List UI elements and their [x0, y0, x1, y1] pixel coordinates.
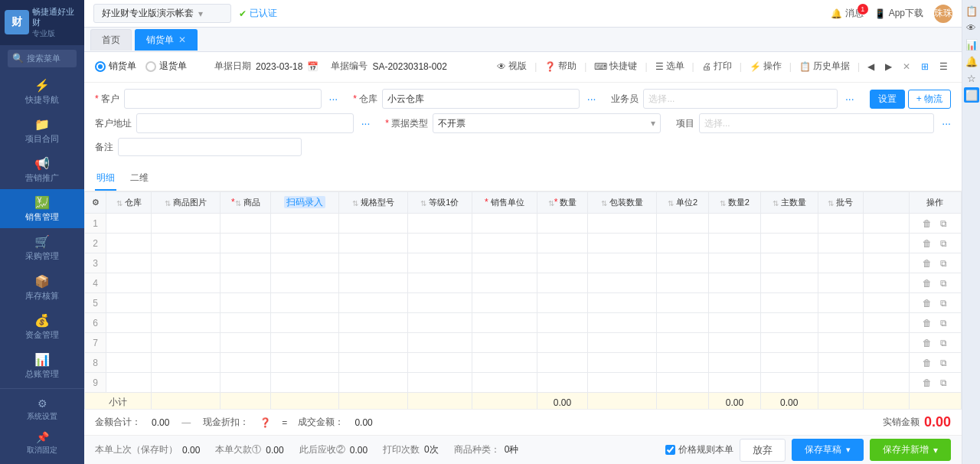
row-5-unit[interactable]	[472, 293, 537, 313]
table-row[interactable]: 8 🗑 ⧉	[85, 353, 962, 373]
row-6-copy-icon[interactable]: ⧉	[936, 316, 950, 330]
right-panel-icon-1[interactable]: 📋	[964, 3, 979, 18]
sidebar-item-finance[interactable]: 💰 资金管理	[0, 307, 84, 346]
logistics-btn[interactable]: + 物流	[908, 90, 951, 109]
row-8-main-qty[interactable]	[760, 353, 818, 373]
row-9-spec[interactable]	[338, 373, 407, 393]
row-3-warehouse[interactable]	[106, 253, 152, 273]
toolbar-grid-btn[interactable]: ⊞	[918, 60, 932, 74]
row-8-unit[interactable]	[472, 353, 537, 373]
sidebar-item-accounting[interactable]: 📊 总账管理	[0, 346, 84, 385]
row-1-unit2[interactable]	[657, 214, 709, 234]
row-7-delete-icon[interactable]: 🗑	[920, 336, 934, 350]
row-1-warehouse[interactable]	[106, 214, 152, 234]
table-row[interactable]: 5 🗑 ⧉	[85, 293, 962, 313]
toolbar-list-btn[interactable]: ☰	[936, 60, 951, 74]
right-panel-icon-2[interactable]: 👁	[964, 20, 979, 35]
row-2-unit2[interactable]	[657, 234, 709, 253]
row-2-qty2[interactable]	[708, 234, 760, 253]
tab-sale-order[interactable]: 销货单 ✕	[135, 29, 198, 51]
row-3-unit2[interactable]	[657, 253, 709, 273]
row-8-spec[interactable]	[338, 353, 407, 373]
toolbar-close-btn[interactable]: ✕	[900, 60, 913, 74]
salesperson-dots[interactable]: ···	[845, 93, 854, 105]
row-2-copy-icon[interactable]: ⧉	[936, 237, 950, 250]
price-check-input[interactable]	[665, 445, 675, 455]
table-row[interactable]: 9 🗑 ⧉	[85, 373, 962, 393]
toolbar-help-btn[interactable]: ❓ 帮助	[541, 58, 580, 74]
right-panel-icon-6[interactable]: ⬜	[964, 87, 979, 103]
row-9-unit2[interactable]	[657, 373, 709, 393]
row-5-pack-qty[interactable]	[587, 293, 656, 313]
row-9-qty[interactable]	[537, 373, 588, 393]
row-2-main-qty[interactable]	[760, 234, 818, 253]
row-7-spec[interactable]	[338, 333, 407, 353]
company-selector[interactable]: 好业财专业版演示帐套 ▾	[93, 4, 231, 23]
row-5-unit2[interactable]	[657, 293, 709, 313]
row-3-main-qty[interactable]	[760, 253, 818, 273]
row-2-goods[interactable]	[220, 234, 271, 253]
save-new-btn[interactable]: 保存并新增 ▾	[870, 439, 951, 461]
row-5-goods[interactable]	[220, 293, 271, 313]
row-7-qty[interactable]	[537, 333, 588, 353]
row-2-scan[interactable]	[271, 234, 339, 253]
row-4-batch[interactable]	[818, 273, 863, 293]
row-1-pack-qty[interactable]	[587, 214, 656, 234]
row-7-unit2[interactable]	[657, 333, 709, 353]
sidebar-item-sales[interactable]: 💹 销售管理	[0, 189, 84, 228]
row-7-main-qty[interactable]	[760, 333, 818, 353]
row-6-spec[interactable]	[338, 313, 407, 333]
row-9-copy-icon[interactable]: ⧉	[936, 376, 950, 390]
row-6-scan[interactable]	[271, 313, 339, 333]
note-input[interactable]	[118, 138, 302, 156]
row-9-goods[interactable]	[220, 373, 271, 393]
row-1-image[interactable]	[152, 214, 220, 234]
address-input[interactable]	[136, 113, 354, 133]
row-8-qty2[interactable]	[708, 353, 760, 373]
row-9-price1[interactable]	[408, 373, 472, 393]
row-8-unit2[interactable]	[657, 353, 709, 373]
address-dots[interactable]: ···	[361, 117, 371, 129]
row-4-main-qty[interactable]	[760, 273, 818, 293]
row-1-spec[interactable]	[338, 214, 407, 234]
row-1-qty[interactable]	[537, 214, 588, 234]
table-row[interactable]: 3 🗑 ⧉	[85, 253, 962, 273]
row-7-qty2[interactable]	[708, 333, 760, 353]
right-panel-icon-3[interactable]: 📊	[964, 37, 979, 52]
sidebar-item-quicknav[interactable]: ⚡ 快捷导航	[0, 72, 84, 111]
warehouse-input[interactable]: 小云仓库	[382, 89, 580, 109]
row-3-scan[interactable]	[271, 253, 339, 273]
row-2-price1[interactable]	[408, 234, 472, 253]
row-9-qty2[interactable]	[708, 373, 760, 393]
tab-home[interactable]: 首页	[90, 29, 132, 51]
section-tab-2d[interactable]: 二维	[129, 168, 150, 191]
row-6-goods[interactable]	[220, 313, 271, 333]
row-7-image[interactable]	[152, 333, 220, 353]
sidebar-item-project[interactable]: 📁 项目合同	[0, 111, 84, 150]
row-4-delete-icon[interactable]: 🗑	[920, 276, 934, 290]
toolbar-select-btn[interactable]: ☰ 选单	[652, 58, 688, 74]
row-1-unit[interactable]	[472, 214, 537, 234]
row-2-warehouse[interactable]	[106, 234, 152, 253]
row-3-copy-icon[interactable]: ⧉	[936, 257, 950, 270]
row-7-batch[interactable]	[818, 333, 863, 353]
price-check[interactable]: 价格规则本单	[665, 443, 733, 456]
save-draft-btn[interactable]: 保存草稿 ▾	[792, 439, 864, 461]
table-row[interactable]: 6 🗑 ⧉	[85, 313, 962, 333]
sidebar-item-settings[interactable]: ⚙ 系统设置	[3, 394, 81, 426]
row-9-warehouse[interactable]	[106, 373, 152, 393]
row-5-qty[interactable]	[537, 293, 588, 313]
row-4-copy-icon[interactable]: ⧉	[936, 276, 950, 290]
row-3-qty2[interactable]	[708, 253, 760, 273]
customer-dots[interactable]: ···	[329, 93, 338, 105]
row-9-delete-icon[interactable]: 🗑	[920, 376, 934, 390]
tab-close-icon[interactable]: ✕	[178, 34, 186, 45]
toolbar-prev-btn[interactable]: ◀	[864, 60, 877, 74]
toolbar-history-btn[interactable]: 📋 历史单据	[796, 58, 853, 74]
row-3-spec[interactable]	[338, 253, 407, 273]
row-5-delete-icon[interactable]: 🗑	[920, 296, 934, 310]
row-4-pack-qty[interactable]	[587, 273, 656, 293]
row-5-batch[interactable]	[818, 293, 863, 313]
row-1-scan[interactable]	[271, 214, 339, 234]
radio-return[interactable]: 退货单	[145, 60, 187, 73]
